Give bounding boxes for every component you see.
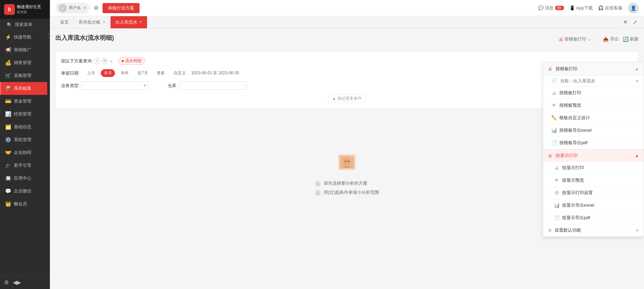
dropdown-item-template-print[interactable]: 🖨 按模板打印 [543,87,644,99]
dropdown-sub-item-display-settings[interactable]: ⚙ 按显示打印设置 [543,187,644,199]
sidebar-item-basic[interactable]: 🗂️ 基础信息 [0,121,47,133]
svg-point-4 [348,161,349,162]
filter-tag-label: 流水明细 [125,58,141,64]
date-btn-last-month[interactable]: 上月 [84,69,98,77]
biz-type-label: 业务类型 [61,83,79,89]
template-design-icon: ✏️ [551,115,557,121]
sidebar-item-purchase[interactable]: 🛒 采购管理 [0,69,47,82]
topbar-settings-icon[interactable]: ⚙ [94,5,98,11]
dropdown-item-template-pdf[interactable]: 📄 按模板导出pdf [543,137,644,149]
sidebar-item-system[interactable]: ⚙️ 系统管理 [0,133,47,146]
sidebar-nav: ⚡ 快捷导航 📢 营销推广 💰 销售管理 🛒 采购管理 📦 库存核算 💳 [0,31,47,275]
dropdown-sub-item-display-excel[interactable]: 📊 按显示导出excel [543,199,644,212]
collapse-more-btn[interactable]: ▲ 收起更多条件 [328,94,366,103]
template-excel-icon: 📊 [551,128,557,133]
footer-icon: ⚙ [548,228,552,233]
sidebar-search[interactable]: 🔍 搜索菜单 [0,19,50,31]
sidebar-bottom: ⚙ ◀▶ [0,275,50,289]
profile-avatar[interactable]: 👤 [628,3,639,14]
section-collapse-arrow[interactable]: ▲ [635,153,639,158]
scroll-up-arrow[interactable]: ▲ [47,32,50,35]
biz-type-select[interactable] [81,81,149,90]
export-label: 导出 [610,36,619,42]
toolbar: 🖨 按模板打印 ▲ ··· 📤 导出 🔄 刷新 [558,36,639,42]
export-btn[interactable]: 📤 导出 [603,36,619,42]
sidebar-item-shortcut[interactable]: ⚡ 快捷导航 [0,31,47,44]
dropdown-sub-item-display-print[interactable]: 🖨 按显示打印 [543,162,644,174]
print-template-btn[interactable]: 🖨 按模板打印 ▲ [558,36,591,42]
filter-add-btn[interactable]: + [94,58,100,64]
sidebar-item-finance[interactable]: 💳 资金管理 [0,95,47,108]
dropdown-header-label: 按模板打印 [556,66,578,71]
tabs-bar: 首页 库存批次账 ✕ 出入库流水 ✕ ✕ ⤢ [50,16,644,28]
enterprise-icon: 🤝 [5,150,11,156]
date-btn-this-month[interactable]: 本月 [101,69,115,77]
dropdown-footer[interactable]: ⚙ 设置默认功能 ▼ [543,224,644,236]
system-icon: ⚙️ [5,137,11,143]
current-label-arrow[interactable]: ▼ [636,79,639,83]
display-preview-icon: 👁 [554,178,559,183]
tab-batch[interactable]: 库存批次账 ✕ [74,16,111,28]
sidebar-item-label: 经营管理 [14,111,31,117]
online-service-label: 在线客服 [605,5,622,11]
sidebar-item-inventory[interactable]: 📦 库存核算 [0,82,47,95]
dropdown-collapse-arrow[interactable]: ▲ [635,67,639,71]
dropdown-item-template-design[interactable]: ✏️ 模板自定义设计 [543,112,644,124]
sidebar-scrollbar: ▲ ▼ [47,31,50,275]
display-excel-icon: 📊 [554,203,559,208]
sidebar-item-member[interactable]: 👑 畅会员 [0,198,47,210]
tabs-right-btns: ✕ ⤢ [622,18,639,27]
sidebar-item-operation[interactable]: 📊 经营管理 [0,108,47,121]
section-icon: 🖨 [548,153,552,158]
date-btn-7days[interactable]: 近7天 [135,69,151,77]
message-action[interactable]: 💬 消息 99+ [538,5,564,11]
date-btn-this-year[interactable]: 本年 [118,69,132,77]
tab-home[interactable]: 首页 [55,16,74,28]
dropdown-item-template-preview[interactable]: 👁 按模板预览 [543,99,644,112]
sidebar-item-sales[interactable]: 💰 销售管理 [0,56,47,69]
warehouse-group: 仓库 ··· [168,81,246,90]
dropdown-header-left: 🖨 按模板打印 [548,66,578,72]
dropdown-header: 🖨 按模板打印 ▲ [543,62,644,76]
tab-flow-close[interactable]: ✕ [139,20,142,24]
refresh-btn[interactable]: 🔄 刷新 [623,36,639,42]
maximize-tab-btn[interactable]: ⤢ [632,18,639,27]
dropdown-sub-item-display-preview[interactable]: 👁 按显示预览 [543,174,644,187]
tab-batch-close[interactable]: ✕ [103,20,106,24]
trial-button[interactable]: 体验行业方案 [103,3,140,13]
filter-tag[interactable]: 流水明细 [118,57,145,65]
app-logo-icon: b [4,4,15,15]
settings-bottom-icon[interactable]: ⚙ [4,279,9,286]
online-service-action[interactable]: 🎧 在线客服 [598,5,622,11]
display-print-section-header[interactable]: 🖨 按显示打印 ▲ [543,150,644,162]
basic-icon: 🗂️ [5,124,11,130]
tab-home-label: 首页 [60,19,69,25]
date-btn-more[interactable]: 更多 [154,69,168,77]
sidebar-item-marketing[interactable]: 📢 营销推广 [0,44,47,56]
app-download-action[interactable]: 📱 App下载 [569,5,593,11]
sidebar-item-guide[interactable]: 🎓 新手引导 [0,159,47,172]
dropdown-sub-item-display-pdf[interactable]: 📄 按显示导出pdf [543,212,644,224]
template-design-label: 模板自定义设计 [559,115,590,121]
biz-type-wrapper: ▼ [81,81,149,90]
dropdown-item-template-excel[interactable]: 📊 按模板导出excel [543,124,644,137]
sidebar-item-label: 快捷导航 [14,34,31,40]
template-excel-label: 按模板导出excel [559,127,591,133]
empty-svg [333,148,360,175]
date-btn-custom[interactable]: 自定义 [171,69,189,77]
template-print-icon: 🖨 [551,90,557,96]
filter-collapse-btn[interactable]: « [110,58,113,64]
tab-flow[interactable]: 出入库流水 ✕ [111,16,147,28]
template-preview-icon: 👁 [551,103,557,108]
warehouse-select[interactable] [179,81,246,90]
close-tab-btn[interactable]: ✕ [622,18,629,27]
filter-settings-btn[interactable]: ⚙ [102,58,108,64]
collapse-sidebar-icon[interactable]: ◀▶ [13,279,21,286]
scroll-down-arrow[interactable]: ▼ [47,36,50,40]
print-icon: 🖨 [558,36,563,42]
sidebar-item-enterprise[interactable]: 🤝 企业协同 [0,146,47,159]
sidebar-item-wechat[interactable]: 💬 企业微信 [0,185,47,198]
display-print-label: 按显示打印 [562,165,584,171]
sidebar-item-appcenter[interactable]: 🔲 应用中心 [0,172,47,185]
user-selector[interactable]: U 用户名 ▼ [55,3,90,14]
